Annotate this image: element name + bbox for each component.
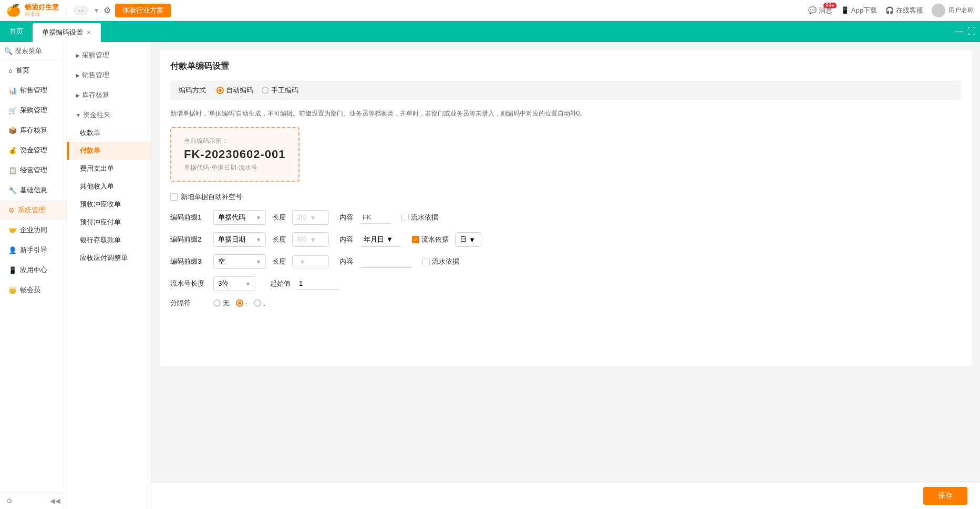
prefix1-label: 编码前缀1: [170, 213, 207, 222]
sidebar-item-app[interactable]: 📱 应用中心: [0, 260, 67, 280]
start-value-input[interactable]: [297, 277, 339, 290]
sub-item-payment[interactable]: 付款单: [67, 142, 151, 160]
prefix2-select[interactable]: 单据日期 ▼: [213, 232, 266, 247]
search-icon: 🔍: [4, 47, 13, 55]
collapse-icon[interactable]: ◀◀: [50, 497, 60, 505]
auto-encode-option[interactable]: 自动编码: [216, 86, 253, 95]
tab-close-icon[interactable]: ✕: [86, 29, 91, 36]
serial-length-select[interactable]: 3位 ▼: [213, 276, 255, 291]
sidebar-item-coop[interactable]: 🤝 企业协同: [0, 220, 67, 240]
encoding-method-row: 编码方式 自动编码 手工编码: [170, 80, 961, 100]
app-logo: 🍊: [6, 4, 20, 17]
sub-group-arrow-purchase: ▶: [76, 53, 80, 58]
nav-area: ···: [73, 6, 89, 15]
manual-encode-option[interactable]: 手工编码: [262, 86, 298, 95]
company-name: 畅通好生意: [25, 3, 59, 12]
prefix3-content-input[interactable]: [359, 255, 412, 268]
member-icon: 👑: [8, 286, 17, 294]
serial-length-row: 流水号长度 3位 ▼ 起始值: [170, 276, 961, 291]
prefix1-content-input[interactable]: [359, 211, 391, 224]
encoding-method-label: 编码方式: [179, 86, 206, 95]
prefix3-length-arrow-icon: ▼: [299, 258, 306, 266]
sidebar-item-purchase[interactable]: 🛒 采购管理: [0, 100, 67, 120]
content-wrapper: 付款单编码设置 编码方式 自动编码 手工编码: [151, 42, 980, 509]
tab-expand-icon[interactable]: ⛶: [967, 27, 976, 36]
top-bar-left: 🍊 畅通好生意 标准版 | ··· ▼ ⚙ 体验行业方案: [6, 3, 804, 18]
manual-encode-radio[interactable]: [262, 87, 269, 94]
prefix3-length-select[interactable]: ▼: [292, 255, 329, 268]
company-info: 畅通好生意 标准版: [25, 3, 59, 18]
tab-home[interactable]: 首页: [0, 21, 33, 42]
sub-item-receipt[interactable]: 收款单: [67, 124, 151, 142]
service-label: 在线客服: [896, 6, 923, 15]
sidebar-item-home[interactable]: ⌂ 首页: [0, 60, 67, 80]
finance-icon: 💰: [8, 147, 17, 154]
prefix1-waterfall-checkbox[interactable]: [401, 214, 409, 221]
sidebar-item-system[interactable]: ⚙ 系统管理: [0, 200, 67, 220]
prefix3-select[interactable]: 空 ▼: [213, 254, 266, 269]
search-menu-btn[interactable]: 🔍 搜索菜单: [0, 42, 67, 60]
sidebar-item-management[interactable]: 📋 经营管理: [0, 160, 67, 180]
prefix1-select[interactable]: 单据代码 ▼: [213, 210, 266, 225]
prefix2-content-select[interactable]: 年月日 ▼: [359, 233, 401, 247]
prefix2-length-select[interactable]: 8位 ▼: [292, 232, 329, 247]
save-button[interactable]: 保存: [923, 487, 967, 505]
top-bar: 🍊 畅通好生意 标准版 | ··· ▼ ⚙ 体验行业方案 💬 消息 99+ 📱 …: [0, 0, 980, 21]
separator-dash-option[interactable]: -: [236, 299, 247, 307]
prefix2-day-select[interactable]: 日 ▼: [455, 232, 481, 247]
tab-encoding[interactable]: 单据编码设置 ✕: [33, 23, 101, 42]
separator-none-radio[interactable]: [213, 299, 221, 307]
dropdown-arrow[interactable]: ▼: [93, 7, 99, 14]
separator-dot-option[interactable]: .: [254, 299, 265, 307]
separator-label: 分隔符: [170, 298, 207, 308]
message-btn[interactable]: 💬 消息 99+: [808, 6, 832, 15]
auto-encode-radio[interactable]: [216, 87, 224, 94]
sidebar-item-sales[interactable]: 📊 销售管理: [0, 80, 67, 100]
sub-item-expense[interactable]: 费用支出单: [67, 160, 151, 178]
experience-btn[interactable]: 体验行业方案: [115, 4, 171, 17]
prefix3-waterfall-checkbox[interactable]: [422, 258, 430, 265]
sidebar-item-inventory[interactable]: 📦 库存核算: [0, 120, 67, 140]
user-area[interactable]: 用户名称: [932, 4, 974, 17]
separator-dash-radio[interactable]: [236, 299, 243, 307]
management-icon: 📋: [8, 167, 17, 174]
prefix3-content-label: 内容: [339, 257, 353, 266]
settings-bottom-icon[interactable]: ⚙: [6, 497, 13, 505]
sub-item-other-income[interactable]: 其他收入单: [67, 178, 151, 195]
auto-fill-checkbox[interactable]: [170, 193, 178, 201]
prefix2-waterfall-checkbox[interactable]: ✓: [412, 236, 419, 243]
sub-group-purchase-title[interactable]: ▶ 采购管理: [67, 46, 151, 64]
sub-group-inventory: ▶ 库存核算: [67, 86, 151, 104]
prefix1-row: 编码前缀1 单据代码 ▼ 长度 2位 ▼ 内容 流水依据: [170, 210, 961, 225]
sub-item-prepay-receivable[interactable]: 预收冲应收单: [67, 195, 151, 213]
prefix1-length-select[interactable]: 2位 ▼: [292, 210, 329, 225]
prefix3-waterfall-check: 流水依据: [422, 257, 459, 266]
preview-code: FK-20230602-001: [184, 148, 286, 161]
prefix3-label: 编码前缀3: [170, 257, 207, 266]
tab-minimize-icon[interactable]: —: [955, 27, 963, 36]
sub-group-funds-title[interactable]: ▼ 资金往来: [67, 106, 151, 124]
sub-group-inventory-title[interactable]: ▶ 库存核算: [67, 86, 151, 104]
sidebar-item-newuser[interactable]: 👤 新手引导: [0, 240, 67, 260]
sub-item-payable-adjust[interactable]: 应收应付调整单: [67, 249, 151, 267]
sub-item-bank-deposit[interactable]: 银行存取款单: [67, 231, 151, 249]
separator-none-option[interactable]: 无: [213, 298, 230, 308]
message-badge: 99+: [823, 3, 837, 8]
online-service-btn[interactable]: 🎧 在线客服: [885, 6, 923, 15]
sidebar-item-finance[interactable]: 💰 资金管理: [0, 140, 67, 160]
sub-group-sales-title[interactable]: ▶ 销售管理: [67, 66, 151, 84]
prefix1-content-label: 内容: [339, 213, 353, 222]
sub-item-prepay-payable[interactable]: 预付冲应付单: [67, 213, 151, 231]
content-card: 付款单编码设置 编码方式 自动编码 手工编码: [160, 50, 972, 366]
app-download-btn[interactable]: 📱 App下载: [841, 6, 877, 15]
sidebar-item-basic[interactable]: 🔧 基础信息: [0, 180, 67, 200]
page-title: 付款单编码设置: [170, 61, 961, 72]
sidebar-item-member[interactable]: 👑 畅会员: [0, 280, 67, 300]
prefix1-length-label: 长度: [272, 213, 286, 222]
separator-dot-radio[interactable]: [254, 299, 261, 307]
prefix1-arrow-icon: ▼: [256, 215, 261, 221]
auto-fill-label: 新增单据自动补空号: [181, 192, 242, 202]
encoding-radio-group: 自动编码 手工编码: [216, 86, 298, 95]
inventory-icon: 📦: [8, 127, 17, 134]
settings-gear-icon[interactable]: ⚙: [104, 5, 111, 15]
